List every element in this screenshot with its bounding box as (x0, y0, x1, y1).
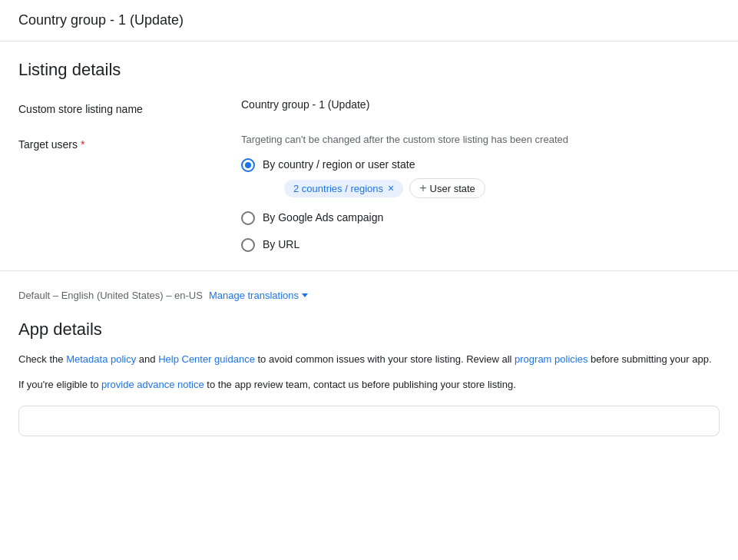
targeting-note: Targeting can't be changed after the cus… (241, 134, 720, 145)
bottom-card (18, 406, 720, 436)
radio-option-google-ads[interactable]: By Google Ads campaign (241, 210, 720, 225)
program-policies-link[interactable]: program policies (515, 353, 587, 365)
app-details-section: App details Check the Metadata policy an… (0, 320, 738, 436)
target-users-row: Target users * Targeting can't be change… (18, 134, 720, 252)
app-details-info-1: Check the Metadata policy and Help Cente… (18, 352, 720, 368)
custom-store-listing-label: Custom store listing name (18, 98, 241, 115)
custom-store-listing-row: Custom store listing name Country group … (18, 98, 720, 115)
targeting-radio-group: By country / region or user state 2 coun… (241, 157, 720, 252)
help-center-link[interactable]: Help Center guidance (158, 353, 255, 365)
target-users-label: Target users * (18, 134, 241, 151)
add-user-state-button[interactable]: + User state (409, 178, 485, 198)
chip-remove-icon[interactable]: × (388, 183, 394, 194)
chevron-down-icon (302, 293, 308, 297)
metadata-policy-link[interactable]: Metadata policy (66, 353, 136, 365)
required-indicator: * (81, 138, 84, 151)
custom-store-listing-value: Country group - 1 (Update) (241, 98, 720, 111)
radio-country-label: By country / region or user state (263, 157, 485, 171)
listing-details-title: Listing details (18, 60, 720, 80)
listing-details-section: Listing details Custom store listing nam… (0, 41, 738, 252)
target-users-value: Targeting can't be changed after the cus… (241, 134, 720, 252)
radio-option-country[interactable]: By country / region or user state 2 coun… (241, 157, 720, 198)
radio-google-ads-label: By Google Ads campaign (263, 210, 383, 224)
add-user-state-label: User state (430, 183, 475, 194)
radio-url-label: By URL (263, 237, 300, 250)
section-divider-1 (0, 270, 738, 271)
app-details-title: App details (18, 320, 720, 340)
radio-url-input[interactable] (241, 238, 255, 252)
chip-label: 2 countries / regions (293, 183, 383, 194)
translation-bar: Default – English (United States) – en-U… (0, 290, 738, 320)
countries-regions-chip[interactable]: 2 countries / regions × (284, 180, 403, 197)
radio-option-url[interactable]: By URL (241, 237, 720, 252)
radio-country-input[interactable] (241, 158, 255, 172)
plus-icon: + (419, 182, 426, 194)
app-details-info-2: If you're eligible to provide advance no… (18, 377, 720, 393)
translation-default-text: Default – English (United States) – en-U… (18, 290, 203, 301)
manage-translations-link[interactable]: Manage translations (209, 290, 308, 301)
advance-notice-link[interactable]: provide advance notice (101, 379, 204, 390)
country-tags-row: 2 countries / regions × + User state (284, 178, 485, 198)
page-title: Country group - 1 (Update) (18, 12, 184, 28)
manage-translations-label: Manage translations (209, 290, 299, 301)
radio-google-ads-input[interactable] (241, 211, 255, 225)
page-header: Country group - 1 (Update) (0, 0, 738, 41)
